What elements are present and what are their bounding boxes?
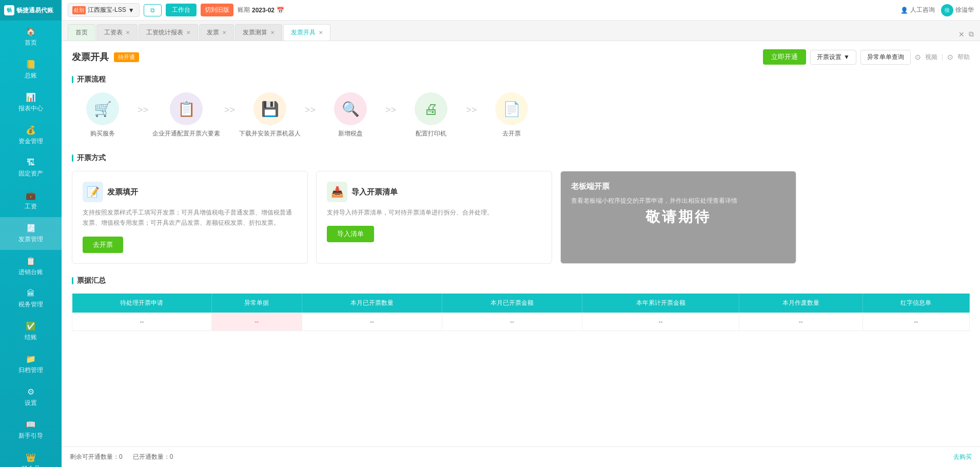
tab-payroll-stats[interactable]: 工资统计报表 ✕ — [139, 24, 198, 41]
switch-version-button[interactable]: 切到旧版 — [201, 4, 233, 16]
config-label: 企业开通配置开票六要素 — [152, 129, 220, 138]
sidebar-item-tax[interactable]: 🏛 税务管理 — [0, 283, 62, 315]
tab-home[interactable]: 首页 — [68, 24, 95, 41]
tab-bar: 首页 工资表 ✕ 工资统计报表 ✕ 发票 ✕ 发票测算 ✕ 发票开具 ✕ ✕ ⧉ — [62, 21, 980, 41]
invoice-action-label: 去开票 — [502, 129, 521, 138]
sidebar-item-fixed-assets[interactable]: 🏗 固定资产 — [0, 152, 62, 184]
dropdown-icon: ▼ — [128, 7, 134, 14]
manual-action-button[interactable]: 去开票 — [83, 237, 123, 253]
flow-step-tax-disk[interactable]: 🔍 新增税盘 — [320, 92, 381, 138]
remaining-label: 剩余可开通数量：0 — [70, 453, 123, 461]
payroll-icon: 💼 — [26, 190, 36, 200]
td-void-count: -- — [739, 313, 863, 330]
sidebar-item-settings[interactable]: ⚙ 设置 — [0, 381, 62, 414]
tab-invoice-list[interactable]: 发票 ✕ — [199, 24, 234, 41]
ledger-icon: 📒 — [26, 60, 36, 69]
th-void-count: 本月作废数量 — [739, 294, 863, 313]
sidebar-item-purchase-sales[interactable]: 📋 进销台账 — [0, 250, 62, 283]
member-icon: 👑 — [26, 453, 36, 462]
flow-step-invoice-action[interactable]: 📄 去开票 — [481, 92, 542, 138]
company-selector[interactable]: 处别 江西服宝-LSS ▼ — [68, 3, 140, 17]
close-icon[interactable]: ✕ — [222, 30, 226, 35]
tab-home-label: 首页 — [75, 28, 88, 37]
beginner-icon: 📖 — [26, 420, 36, 430]
bottom-bar: 剩余可开通数量：0 已开通数量：0 去购买 — [62, 446, 980, 467]
sidebar-item-reports[interactable]: 📊 报表中心 — [0, 86, 62, 119]
top-bar-right: 👤 人工咨询 徐 徐溢华 — [900, 4, 974, 16]
tab-payroll-table[interactable]: 工资表 ✕ — [96, 24, 138, 41]
tab-invoice-tool-label: 发票开具 — [291, 28, 316, 37]
coming-soon-overlay: 敬请期待 — [561, 171, 796, 263]
import-card-title: 📥 导入开票清单 — [327, 182, 541, 202]
buy-link[interactable]: 去购买 — [953, 453, 972, 461]
sidebar-item-label: 首页 — [25, 38, 37, 47]
methods-section-title: 开票方式 — [72, 153, 970, 163]
sidebar-item-funds[interactable]: 💰 资金管理 — [0, 119, 62, 152]
arrow-2: >> — [224, 105, 235, 126]
help-label[interactable]: 帮助 — [957, 53, 970, 62]
purchase-icon: 📋 — [26, 256, 36, 266]
sidebar-logo: 畅 畅捷通易代账 — [0, 0, 62, 21]
summary-section: 票据汇总 待处理开票申请 异常单据 本月已开票数量 本月已开票金额 本年累计开票… — [72, 276, 970, 331]
flow-section-title: 开票流程 — [72, 75, 970, 84]
consult-info[interactable]: 👤 人工咨询 — [900, 6, 935, 14]
sidebar-item-payroll[interactable]: 💼 工资 — [0, 184, 62, 217]
flow-steps: 🛒 购买服务 >> 📋 企业开通配置开票六要素 >> 💾 下载并安装开票机器人 … — [72, 92, 970, 138]
td-pending: -- — [72, 313, 212, 330]
restore-icon[interactable]: ⧉ — [969, 30, 974, 38]
reports-icon: 📊 — [26, 92, 36, 102]
status-badge: 待开通 — [114, 52, 139, 62]
workspace-button[interactable]: 工作台 — [166, 4, 197, 16]
sidebar-item-label: 资金管理 — [18, 137, 43, 146]
method-card-boss: 老板端开票 查看老板端小程序提交的开票申请，并作出相应处理查看详情 敬请期待 — [560, 171, 796, 264]
flow-step-download[interactable]: 💾 下载并安装开票机器人 — [239, 92, 301, 138]
close-icon[interactable]: ✕ — [126, 30, 130, 35]
content-area: 发票开具 待开通 立即开通 开票设置 ▼ 异常单单查询 ⊙ 视频 | ⊙ 帮助 … — [62, 41, 980, 446]
th-abnormal: 异常单据 — [211, 294, 302, 313]
immediate-open-button[interactable]: 立即开通 — [763, 49, 806, 65]
method-card-import: 📥 导入开票清单 支持导入待开票清单，可对待开票清单进行拆分、合并处理。 导入清… — [316, 171, 552, 264]
copy-button[interactable]: ⧉ — [144, 4, 162, 16]
sidebar-item-label: 进销台账 — [18, 268, 43, 277]
help-icon-2: ⊙ — [947, 53, 953, 61]
flow-step-printer[interactable]: 🖨 配置打印机 — [400, 92, 462, 138]
close-icon[interactable]: ✕ — [270, 30, 275, 35]
sidebar-item-home[interactable]: 🏠 首页 — [0, 21, 62, 53]
summary-header-row: 待处理开票申请 异常单据 本月已开票数量 本月已开票金额 本年累计开票金额 本月… — [72, 294, 970, 313]
help-icon: ⊙ — [915, 53, 921, 61]
tab-payroll-table-label: 工资表 — [104, 28, 123, 37]
close-icon[interactable]: ✕ — [186, 30, 190, 35]
tab-invoice-tool[interactable]: 发票开具 ✕ — [283, 24, 330, 41]
sidebar-item-archive[interactable]: 📁 归档管理 — [0, 348, 62, 381]
tax-disk-icon: 🔍 — [334, 92, 367, 125]
flow-step-buy[interactable]: 🛒 购买服务 — [72, 92, 133, 138]
top-bar: 处别 江西服宝-LSS ▼ ⧉ 工作台 切到旧版 账期 2023-02 📅 👤 … — [62, 0, 980, 21]
td-abnormal: -- — [211, 313, 302, 330]
sidebar-item-label: 畅会员 — [22, 464, 40, 467]
consult-label: 人工咨询 — [910, 6, 935, 14]
video-help-label[interactable]: 视频 — [925, 53, 937, 62]
sidebar-item-general-ledger[interactable]: 📒 总账 — [0, 53, 62, 86]
sidebar-item-beginner[interactable]: 📖 新手引导 — [0, 414, 62, 446]
abnormal-query-button[interactable]: 异常单单查询 — [860, 50, 911, 65]
th-month-count: 本月已开票数量 — [302, 294, 442, 313]
manual-card-title: 📝 发票填开 — [83, 182, 297, 202]
import-action-button[interactable]: 导入清单 — [327, 226, 374, 242]
open-settings-button[interactable]: 开票设置 ▼ — [810, 50, 856, 65]
sidebar-item-label: 发票管理 — [18, 235, 43, 244]
user-name: 徐溢华 — [955, 6, 974, 14]
sidebar: 畅 畅捷通易代账 🏠 首页 📒 总账 📊 报表中心 💰 资金管理 🏗 固定资产 … — [0, 0, 62, 467]
tab-invoice-calc[interactable]: 发票测算 ✕ — [235, 24, 282, 41]
arrow-3: >> — [305, 105, 316, 126]
close-icon[interactable]: ✕ — [319, 30, 323, 35]
sidebar-item-member[interactable]: 👑 畅会员 — [0, 446, 62, 467]
user-info: 徐 徐溢华 — [941, 4, 974, 16]
flow-step-config[interactable]: 📋 企业开通配置开票六要素 — [152, 92, 220, 138]
config-icon: 📋 — [170, 92, 203, 125]
main-area: 处别 江西服宝-LSS ▼ ⧉ 工作台 切到旧版 账期 2023-02 📅 👤 … — [62, 0, 980, 467]
close-all-icon[interactable]: ✕ — [958, 30, 965, 38]
sidebar-item-settlement[interactable]: ✅ 结账 — [0, 315, 62, 348]
sidebar-item-invoice[interactable]: 🧾 发票管理 — [0, 217, 62, 250]
download-label: 下载并安装开票机器人 — [239, 129, 301, 138]
import-title-text: 导入开票清单 — [351, 187, 398, 197]
